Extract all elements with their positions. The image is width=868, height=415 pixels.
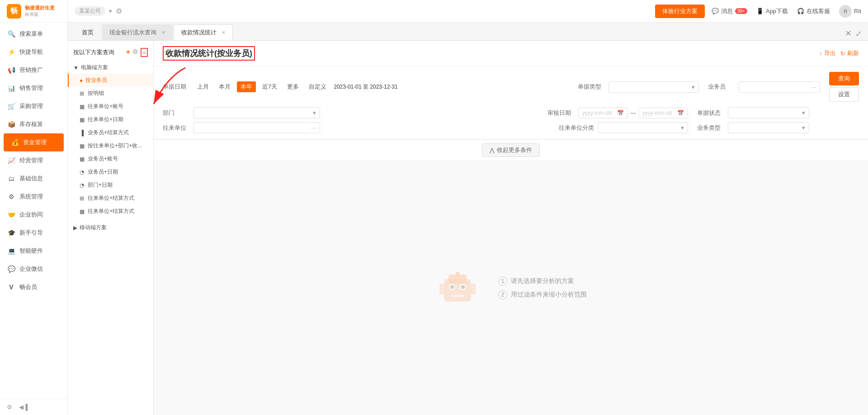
collapse-button[interactable]: ⋀ 收起更多条件 [482, 143, 540, 157]
scheme-item-by-detail[interactable]: ⊞ 按明细 [68, 87, 153, 100]
topbar-gear-icon[interactable]: ⚙ [116, 7, 122, 15]
sidebar-item-guide[interactable]: 🎓 新手引导 [0, 224, 67, 242]
svg-rect-4 [471, 283, 476, 295]
panel-header: 按以下方案查询 + ⚙ « [68, 45, 153, 60]
date-range-display: 2023-01-01 至 2023-12-31 [334, 83, 397, 91]
empty-hints: 1 请先选择要分析的方案 2 用过滤条件来缩小分析范围 [498, 277, 587, 299]
panel-header-actions: + ⚙ « [126, 48, 148, 57]
scheme-item-dept-date[interactable]: ◔ 部门+日期 [68, 179, 153, 192]
sidebar-item-finance[interactable]: 💰 资金管理 [4, 133, 64, 151]
scheme-item-by-salesperson[interactable]: ● 按业务员 [68, 74, 153, 87]
breadcrumb-dropdown-icon[interactable]: ▾ [109, 8, 112, 14]
audit-date-from[interactable]: yyyy-mm-dd 📅 [578, 108, 628, 118]
scheme-item-salesperson-settle[interactable]: ▐ 业务员+结算方式 [68, 126, 153, 139]
footer-settings-icon[interactable]: ⚙ [7, 404, 12, 410]
partner-more-icon: ··· [311, 124, 316, 131]
search-row-2: 部门 ▾ 审核日期 yyyy-mm-dd 📅 [163, 107, 859, 118]
marketing-icon: 📢 [7, 66, 16, 75]
sidebar-item-basic[interactable]: 🗂 基础信息 [0, 170, 67, 188]
sidebar-item-quicknav[interactable]: ⚡ 快捷导航 [0, 43, 67, 61]
svg-point-2 [456, 272, 459, 275]
date-btn-this-year[interactable]: 本年 [237, 81, 256, 92]
sidebar-item-hardware[interactable]: 💻 智能硬件 [0, 242, 67, 260]
collapse-panel-icon[interactable]: « [141, 48, 148, 57]
table-icon-2: ▦ [79, 117, 85, 123]
sidebar-item-marketing[interactable]: 📢 营销推广 [0, 61, 67, 79]
scheme-item-unit-date[interactable]: ▦ 往来单位+日期 [68, 113, 153, 126]
sidebar: 畅 畅捷通好生意 标准版 🔍 搜索菜单 ⚡ 快捷导航 📢 营销推广 📊 销售管理… [0, 0, 68, 415]
scheme-item-unit-account[interactable]: ▦ 往来单位+账号 [68, 100, 153, 113]
sidebar-item-sales[interactable]: 📊 销售管理 [0, 79, 67, 97]
messages-btn[interactable]: 💬 消息 99+ [712, 7, 747, 15]
sidebar-item-purchase[interactable]: 🛒 采购管理 [0, 97, 67, 115]
page-title: 收款情况统计(按业务员) [163, 46, 255, 61]
export-button[interactable]: ↑ 导出 [820, 49, 836, 57]
tab-collection-close-icon[interactable]: × [222, 29, 226, 36]
partner-category-field: 往来单位分类 ▾ [559, 122, 688, 133]
svg-point-7 [450, 285, 454, 289]
content-area: 按以下方案查询 + ⚙ « ▼ 电脑端方案 ● 按业务员 [68, 41, 868, 415]
business-type-input[interactable]: ▾ [728, 122, 809, 133]
desktop-schemes-group: ▼ 电脑端方案 ● 按业务员 ⊞ 按明细 ▦ 往来单位+账号 ▦ [68, 60, 153, 220]
scheme-item-salesperson-account[interactable]: ▦ 业务员+账号 [68, 152, 153, 165]
basic-icon: 🗂 [7, 174, 16, 183]
tab-bank-close-icon[interactable]: × [162, 29, 165, 36]
doc-status-input[interactable]: ▾ [728, 107, 809, 118]
sidebar-item-member[interactable]: V 畅会员 [0, 278, 67, 296]
table-icon-3: ▦ [79, 143, 85, 149]
date-btn-more[interactable]: 更多 [283, 81, 302, 92]
partner-category-input[interactable]: ▾ [598, 122, 688, 133]
scheme-item-salesperson-date[interactable]: ◔ 业务员+日期 [68, 165, 153, 179]
partner-input[interactable]: ··· [193, 122, 320, 133]
sidebar-item-wechat[interactable]: 💬 企业微信 [0, 260, 67, 278]
salesperson-field: 业务员 ··· [708, 81, 820, 93]
breadcrumb: 某某公司 ▾ ⚙ [75, 6, 648, 16]
date-btn-this-month[interactable]: 本月 [215, 81, 234, 92]
settings-button[interactable]: 设置 [829, 87, 859, 102]
footer-collapse-icon[interactable]: ◀▐ [19, 404, 28, 410]
date-btn-last-month[interactable]: 上月 [193, 81, 212, 92]
salesperson-input[interactable]: ··· [739, 81, 820, 93]
tab-home[interactable]: 首页 [75, 25, 101, 40]
enterprise-icon: 🤝 [7, 210, 16, 219]
app-download-btn[interactable]: 📱 App下载 [756, 7, 788, 15]
sidebar-item-enterprise[interactable]: 🤝 企业协同 [0, 206, 67, 224]
scheme-item-unit-settle1[interactable]: ⊞ 往来单位+结算方式 [68, 192, 153, 205]
tab-expand-icon[interactable]: ⤢ [855, 29, 861, 38]
tab-bank[interactable]: 现金银行流水查询 × [102, 24, 173, 40]
collapse-bar: ⋀ 收起更多条件 [154, 139, 868, 161]
sidebar-item-search[interactable]: 🔍 搜索菜单 [0, 25, 67, 43]
mobile-group-expand-arrow: ▶ [73, 225, 77, 231]
online-service-btn[interactable]: 🎧 在线客服 [797, 7, 830, 15]
doc-type-input[interactable]: ▾ [609, 81, 699, 93]
settings-scheme-icon[interactable]: ⚙ [132, 48, 138, 57]
date-btn-7days[interactable]: 近7天 [259, 81, 281, 92]
refresh-button[interactable]: ↻ 刷新 [840, 49, 859, 57]
desktop-group-title[interactable]: ▼ 电脑端方案 [68, 61, 153, 74]
tab-close-all-icon[interactable]: ✕ [845, 28, 852, 38]
trial-button[interactable]: 体验行业方案 [655, 5, 705, 18]
doc-type-dropdown-icon: ▾ [692, 84, 695, 90]
doc-status-field: 单据状态 ▾ [697, 107, 809, 118]
empty-robot-illustration [435, 265, 480, 311]
add-scheme-icon[interactable]: + [126, 48, 130, 57]
search-row-1: 单据日期 上月 本月 本年 近7天 更多 自定义 2023-01-01 至 [163, 72, 859, 102]
scheme-item-unit-settle2[interactable]: ▦ 往来单位+结算方式 [68, 205, 153, 218]
topbar-right: 💬 消息 99+ 📱 App下载 🎧 在线客服 R Rit [712, 5, 861, 18]
sidebar-item-inventory[interactable]: 📦 库存核算 [0, 115, 67, 133]
tab-collection[interactable]: 收款情况统计 × [174, 24, 233, 40]
right-content: 收款情况统计(按业务员) ↑ 导出 ↻ 刷新 [154, 41, 868, 415]
user-avatar[interactable]: R Rit [839, 5, 861, 18]
sidebar-item-system[interactable]: ⚙ 系统管理 [0, 188, 67, 206]
audit-date-to[interactable]: yyyy-mm-dd 📅 [638, 108, 688, 118]
date-btn-custom[interactable]: 自定义 [305, 81, 330, 92]
scheme-item-unit-dept-collect[interactable]: ▦ 按往来单位+部门+收... [68, 139, 153, 152]
dept-input[interactable]: ▾ [193, 107, 320, 118]
results-area: 1 请先选择要分析的方案 2 用过滤条件来缩小分析范围 [154, 161, 868, 415]
mobile-group-title[interactable]: ▶ 移动端方案 [68, 222, 153, 234]
sidebar-footer: ⚙ ◀▐ [0, 399, 67, 415]
mobile-schemes-group: ▶ 移动端方案 [68, 220, 153, 236]
sidebar-item-operations[interactable]: 📈 经营管理 [0, 151, 67, 170]
svg-point-8 [461, 285, 465, 289]
query-button[interactable]: 查询 [829, 72, 859, 85]
